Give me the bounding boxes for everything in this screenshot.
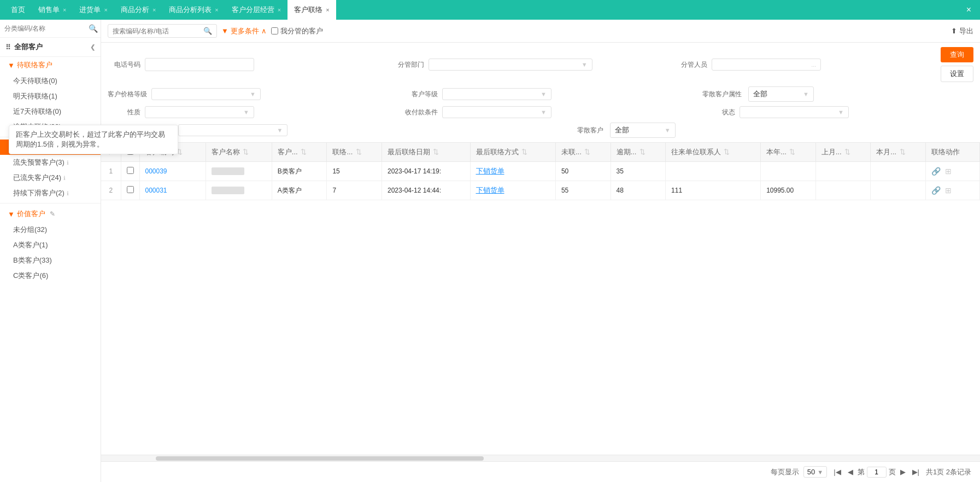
table-container[interactable]: ⚙ 客户编码 ⇅ 客户名称 ⇅ 客户... xyxy=(101,143,980,455)
last-page-btn[interactable]: ▶| xyxy=(910,467,922,477)
sidebar-value-group[interactable]: ▼ 价值客户 ✎ xyxy=(0,206,101,222)
horizontal-scrollbar[interactable] xyxy=(101,455,980,461)
sidebar-churned[interactable]: 已流失客户(24) ℹ xyxy=(0,170,101,185)
cust-level-select[interactable]: ▼ xyxy=(442,88,551,100)
nav-purchase[interactable]: 进货单 × xyxy=(73,0,114,20)
retail-cust-select[interactable]: 全部 ▼ xyxy=(610,123,676,138)
nav-product-list[interactable]: 商品分析列表 × xyxy=(162,0,225,20)
th-this-year[interactable]: 本年... ⇅ xyxy=(761,143,816,162)
nav-customer-tier[interactable]: 客户分层经营 × xyxy=(225,0,287,20)
sidebar-7day-pending[interactable]: 近7天待联络(0) xyxy=(0,104,101,119)
th-last-month[interactable]: 上月... ⇅ xyxy=(815,143,871,162)
th-this-month[interactable]: 本月... ⇅ xyxy=(871,143,926,162)
sidebar-search-box[interactable]: 🔍 xyxy=(0,20,101,38)
toolbar: 🔍 ▼ 更多条件 ∧ 我分管的客户 ⬆ 导出 xyxy=(101,20,980,43)
more-conditions-btn[interactable]: ▼ 更多条件 ∧ xyxy=(221,26,267,36)
window-close-button[interactable]: × xyxy=(962,5,976,15)
query-button[interactable]: 查询 xyxy=(941,47,973,62)
row-2-checkbox[interactable] xyxy=(121,181,139,200)
table-footer: 每页显示 50 ▼ |◀ ◀ 第 页 ▶ ▶| 共1页 2条记录 xyxy=(101,461,980,482)
row-1-checkbox[interactable] xyxy=(121,162,139,181)
prev-page-btn[interactable]: ◀ xyxy=(846,467,855,477)
th-last-way[interactable]: 最后联络方式 ⇅ xyxy=(470,143,555,162)
export-button[interactable]: ⬆ 导出 xyxy=(951,26,973,36)
row-2-check[interactable] xyxy=(127,186,134,193)
row-1-action-link[interactable]: 🔗 xyxy=(931,167,941,176)
dept-select[interactable]: ▼ xyxy=(429,59,592,71)
next-page-btn[interactable]: ▶ xyxy=(898,467,908,477)
th-last-date[interactable]: 最后联络日期 ⇅ xyxy=(382,143,471,162)
nav-sales[interactable]: 销售单 × xyxy=(32,0,73,20)
sidebar-ungroup[interactable]: 未分组(32) xyxy=(0,222,101,237)
nav-customer-tier-label: 客户分层经营 xyxy=(232,5,274,15)
status-select[interactable]: ▼ xyxy=(740,106,849,118)
nav-sales-close[interactable]: × xyxy=(63,7,66,13)
first-page-btn[interactable]: |◀ xyxy=(831,467,843,477)
row-2-way-link[interactable]: 下销货单 xyxy=(476,186,504,194)
row-1-name-blurred xyxy=(212,167,244,175)
dept-label: 分管部门 xyxy=(391,60,424,69)
phone-input[interactable] xyxy=(145,58,254,71)
payment-select[interactable]: ▼ xyxy=(442,106,551,118)
phone-field: 电话号码 xyxy=(108,58,365,71)
row-2-level: A类客户 xyxy=(272,181,327,200)
top-nav: 首页 销售单 × 进货单 × 商品分析 × 商品分析列表 × 客户分层经营 × … xyxy=(0,0,980,20)
per-page-select[interactable]: 50 ▼ xyxy=(803,466,827,478)
nav-product-analysis[interactable]: 商品分析 × xyxy=(114,0,162,20)
th-name[interactable]: 客户名称 ⇅ xyxy=(206,143,272,162)
th-contact[interactable]: 联络... ⇅ xyxy=(327,143,382,162)
nav-product-list-close[interactable]: × xyxy=(215,7,218,13)
sidebar-b-class[interactable]: B类客户(33) xyxy=(0,253,101,268)
gender-select[interactable]: ▼ xyxy=(145,106,254,118)
th-level[interactable]: 客户... ⇅ xyxy=(272,143,327,162)
nav-customer-tier-close[interactable]: × xyxy=(278,7,281,13)
page-input[interactable] xyxy=(867,467,887,478)
row-2-action-link[interactable]: 🔗 xyxy=(931,186,941,195)
th-unit-contact[interactable]: 往来单位联系人 ⇅ xyxy=(666,143,761,162)
cust-type-select[interactable]: ▼ xyxy=(178,124,287,136)
row-1-check[interactable] xyxy=(127,167,134,174)
nav-product-analysis-close[interactable]: × xyxy=(152,7,156,13)
my-customer-check-input[interactable] xyxy=(271,27,278,34)
sidebar-c-class[interactable]: C类客户(6) xyxy=(0,268,101,283)
row-2-last-way[interactable]: 下销货单 xyxy=(470,181,555,200)
dept-field: 分管部门 ▼ xyxy=(391,59,649,71)
row-1-last-way[interactable]: 下销货单 xyxy=(470,162,555,181)
sort-last-way: ⇅ xyxy=(521,148,527,156)
sidebar-today-pending[interactable]: 今天待联络(0) xyxy=(0,73,101,89)
per-page-arrow: ▼ xyxy=(817,469,823,475)
search-box[interactable]: 🔍 xyxy=(108,24,217,38)
sidebar-search-input[interactable] xyxy=(4,25,86,32)
sidebar-churn-warning[interactable]: 流失预警客户(3) ℹ xyxy=(0,155,101,170)
nav-product-list-label: 商品分析列表 xyxy=(169,5,212,15)
main-search-input[interactable] xyxy=(113,27,203,35)
row-1-action-grid[interactable]: ⊞ xyxy=(945,167,952,176)
row-2-code[interactable]: 000031 xyxy=(139,181,206,200)
row-2-action-grid[interactable]: ⊞ xyxy=(945,186,952,195)
nav-customer-contact-close[interactable]: × xyxy=(326,7,329,13)
row-2-this-month xyxy=(871,181,926,200)
nav-customer-contact[interactable]: 客户联络 × xyxy=(287,0,336,20)
settings-button[interactable]: 设置 xyxy=(941,66,973,82)
sidebar-a-class[interactable]: A类客户(1) xyxy=(0,237,101,253)
my-customer-checkbox[interactable]: 我分管的客户 xyxy=(271,26,323,36)
person-select[interactable]: ... xyxy=(712,59,821,71)
sidebar-declining[interactable]: 持续下滑客户(2) ℹ xyxy=(0,185,101,201)
sidebar-all-customers[interactable]: ⠿ 全部客户 ❮ xyxy=(0,38,101,57)
th-unreached[interactable]: 未联... ⇅ xyxy=(555,143,611,162)
th-action: 联络动作 xyxy=(925,143,979,162)
edit-icon[interactable]: ✎ xyxy=(50,210,55,218)
status-label: 状态 xyxy=(702,108,735,117)
sidebar-tomorrow-pending[interactable]: 明天待联络(1) xyxy=(0,89,101,104)
row-1-code[interactable]: 000039 xyxy=(139,162,206,181)
row-2-name-blurred xyxy=(212,187,244,194)
row-1-name xyxy=(206,162,272,181)
sidebar-group-pending[interactable]: ▼ 待联络客户 xyxy=(0,57,101,73)
row-1-way-link[interactable]: 下销货单 xyxy=(476,167,504,175)
retail-attr-select[interactable]: 全部 ▼ xyxy=(748,86,814,102)
row-2-contact: 7 xyxy=(327,181,382,200)
nav-purchase-close[interactable]: × xyxy=(104,7,107,13)
nav-home[interactable]: 首页 xyxy=(4,0,32,20)
price-level-select[interactable]: ▼ xyxy=(151,88,261,100)
th-overdue[interactable]: 逾期... ⇅ xyxy=(611,143,666,162)
